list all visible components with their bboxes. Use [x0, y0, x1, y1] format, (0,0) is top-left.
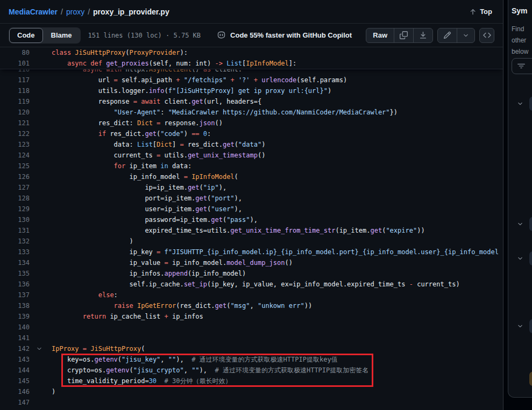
line-number[interactable]: 137 [0, 290, 30, 300]
symbol-list-item [508, 97, 532, 111]
line-number[interactable]: 132 [0, 236, 30, 247]
symbol-pill[interactable] [529, 319, 532, 333]
code-line: 121 res_dict: Dict = response.json() [0, 118, 503, 128]
copy-raw-button[interactable] [394, 28, 413, 42]
symbols-panel-toggle-button[interactable] [479, 28, 494, 43]
line-number[interactable]: 130 [0, 214, 30, 225]
edit-options-dropdown[interactable] [457, 28, 474, 42]
line-number[interactable]: 139 [0, 311, 30, 322]
chevron-down-icon[interactable] [517, 323, 523, 329]
symbols-filter-button[interactable] [512, 58, 532, 74]
copilot-banner-text: Code 55% faster with GitHub Copilot [230, 31, 352, 39]
code-line-text: current_ts = utils.get_unix_timestamp() [52, 150, 265, 161]
code-blame-switcher: Code Blame [9, 27, 81, 44]
line-number[interactable]: 119 [0, 96, 30, 107]
code-line: 144 crypto=os.getenv("jisu_crypto", ""),… [0, 365, 503, 376]
line-number[interactable]: 140 [0, 322, 30, 333]
fold-toggle[interactable] [30, 343, 52, 354]
code-line: 120 "User-Agent": "MediaCrawler https://… [0, 107, 503, 118]
line-number[interactable]: 136 [0, 279, 30, 290]
line-number[interactable]: 144 [0, 365, 30, 376]
fold-gutter [30, 290, 52, 300]
fold-gutter [30, 75, 52, 85]
line-number[interactable]: 101 [0, 58, 30, 69]
fold-gutter [30, 47, 52, 58]
line-number[interactable]: 147 [0, 397, 30, 408]
pencil-icon [443, 31, 451, 39]
line-number[interactable]: 125 [0, 161, 30, 171]
breadcrumb-file-name: proxy_ip_provider.py [93, 8, 169, 16]
back-to-top-button[interactable]: Top [469, 8, 492, 16]
line-number[interactable]: 80 [0, 47, 30, 58]
line-number[interactable]: 122 [0, 128, 30, 139]
breadcrumb-folder-link[interactable]: proxy [66, 8, 84, 16]
tab-blame[interactable]: Blame [43, 28, 80, 43]
symbol-pill[interactable] [529, 97, 532, 111]
code-lines: 116 async with httpx.AsyncClient() as cl… [0, 64, 503, 408]
fold-gutter [30, 311, 52, 322]
code-line: 117 url = self.api_path + "/fetchips" + … [0, 75, 503, 85]
line-number[interactable]: 124 [0, 150, 30, 161]
code-line: 146) [0, 386, 503, 397]
copilot-banner[interactable]: Code 55% faster with GitHub Copilot [217, 31, 352, 39]
fold-gutter [30, 354, 52, 365]
chevron-down-icon [36, 346, 42, 352]
code-line: 119 response = await client.get(url, hea… [0, 96, 503, 107]
line-number[interactable]: 118 [0, 85, 30, 96]
line-number[interactable]: 145 [0, 376, 30, 386]
edit-file-button[interactable] [438, 28, 457, 42]
line-number[interactable]: 121 [0, 118, 30, 128]
line-number[interactable]: 141 [0, 333, 30, 343]
code-line: 131 expired_time_ts=utils.get_unix_time_… [0, 225, 503, 236]
raw-button-group: Raw [366, 28, 433, 43]
code-line-text: else: [52, 290, 118, 300]
code-line-text: raise IpGetError(res_dict.get("msg", "un… [52, 300, 312, 311]
code-line-text: utils.logger.info(f"[JiSuHttpProxy] get … [52, 85, 331, 96]
chevron-down-icon[interactable] [517, 100, 523, 107]
chevron-down-icon[interactable] [517, 221, 523, 227]
breadcrumb-repo-link[interactable]: MediaCrawler [9, 8, 58, 16]
code-view: 116 async with httpx.AsyncClient() as cl… [0, 47, 503, 410]
line-number[interactable]: 138 [0, 300, 30, 311]
symbol-pill[interactable] [529, 217, 532, 231]
code-line-text: password=ip_item.get("pass"), [52, 214, 258, 225]
download-raw-button[interactable] [413, 28, 432, 42]
line-number[interactable]: 131 [0, 225, 30, 236]
copilot-icon [217, 31, 226, 39]
line-number[interactable]: 135 [0, 268, 30, 279]
symbol-pill[interactable] [529, 251, 532, 265]
code-line-text: expired_time_ts=utils.get_unix_time_from… [52, 225, 425, 236]
line-number[interactable]: 120 [0, 107, 30, 118]
fold-gutter [30, 322, 52, 333]
line-number[interactable]: 126 [0, 171, 30, 182]
line-number[interactable]: 123 [0, 139, 30, 150]
fold-gutter [30, 386, 52, 397]
code-line-text: res_dict: Dict = response.json() [52, 118, 223, 128]
fold-gutter [30, 171, 52, 182]
line-number[interactable]: 133 [0, 247, 30, 257]
code-line-text: ) [52, 236, 133, 247]
line-number[interactable]: 134 [0, 257, 30, 268]
code-line: 118 utils.logger.info(f"[JiSuHttpProxy] … [0, 85, 503, 96]
fold-gutter [30, 279, 52, 290]
code-line: 139 return ip_cache_list + ip_infos [0, 311, 503, 322]
code-line: 123 data: List[Dict] = res_dict.get("dat… [0, 139, 503, 150]
chevron-down-icon[interactable] [517, 255, 523, 262]
line-number[interactable]: 142 [0, 343, 30, 354]
sticky-scope-lines: 80class JiSuHttpProxy(ProxyProvider):101… [0, 47, 503, 69]
line-number[interactable]: 143 [0, 354, 30, 365]
tab-code[interactable]: Code [9, 28, 43, 43]
raw-button[interactable]: Raw [366, 28, 394, 42]
code-line-text: ) [52, 386, 55, 397]
line-number[interactable]: 127 [0, 182, 30, 193]
line-number[interactable]: 146 [0, 386, 30, 397]
code-line: 124 current_ts = utils.get_unix_timestam… [0, 150, 503, 161]
file-view-column: MediaCrawler / proxy / proxy_ip_provider… [0, 0, 503, 410]
line-number[interactable]: 117 [0, 75, 30, 85]
code-line: 126 ip_info_model = IpInfoModel( [0, 171, 503, 182]
chevron-down-icon [463, 32, 469, 39]
line-number[interactable]: 129 [0, 204, 30, 214]
line-number[interactable]: 128 [0, 193, 30, 204]
edit-button-group [437, 28, 475, 43]
symbol-pill[interactable] [529, 372, 532, 386]
